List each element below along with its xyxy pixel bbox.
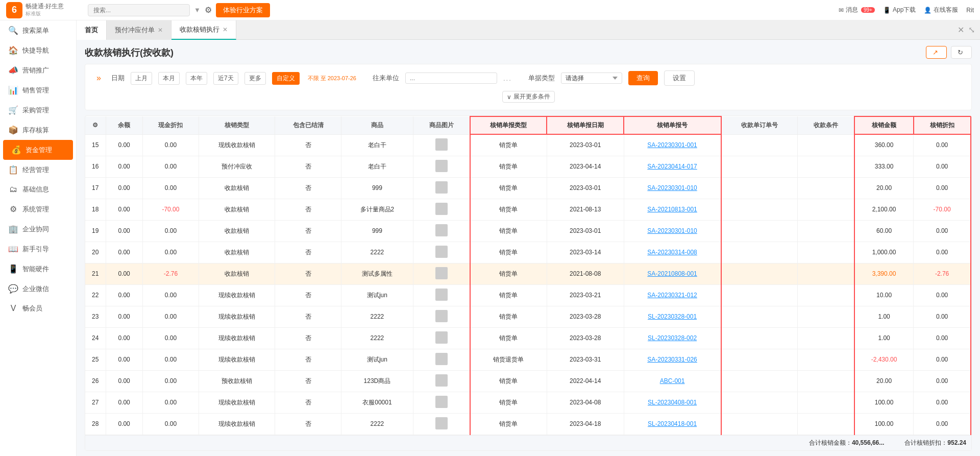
bill-report-no-link[interactable]: SA-20230301-001 [647,141,697,149]
sidebar-label-search-menu: 搜索菜单 [22,26,49,35]
sidebar-item-funds[interactable]: 💰 资金管理 [3,140,73,160]
cell-bill-report-no[interactable]: SL-20230418-001 [624,413,721,435]
cell-cash-discount: 0.00 [142,413,199,435]
cell-bill-report-no[interactable]: SL-20230408-001 [624,392,721,413]
tab-controls: ✕ ⤡ [952,25,980,35]
search-icon: 🔍 [8,26,18,35]
bill-report-no-link[interactable]: SA-20230321-012 [647,292,697,299]
tab-prepay[interactable]: 预付冲应付单 ✕ [107,20,172,40]
cell-bill-report-no[interactable]: SL-20230328-001 [624,306,721,327]
refresh-button[interactable]: ↻ [951,46,972,59]
sidebar-label-member: 畅会员 [22,304,42,313]
sidebar-item-quick-nav[interactable]: 🏠 快捷导航 [0,40,76,60]
export-button[interactable]: ↗ [926,46,947,59]
cell-bill-report-date: 2022-04-14 [547,370,624,392]
cell-receipt-condition [798,284,854,306]
date-7days-btn[interactable]: 近7天 [213,72,238,85]
cell-no: 21 [85,263,106,284]
cell-bill-report-no[interactable]: SA-20230414-017 [624,156,721,177]
sidebar-item-purchase[interactable]: 🛒 采购管理 [0,100,76,120]
table-row: 25 0.00 0.00 现续收款核销 否 测试jun 销货退货单 2023-0… [85,349,971,370]
table-row: 20 0.00 0.00 收款核销 否 2222 销货单 2023-03-14 … [85,242,971,263]
sidebar-item-marketing[interactable]: 📣 营销推广 [0,60,76,80]
cell-write-off-amount: -2,430.00 [854,349,914,370]
cell-no: 26 [85,370,106,392]
sidebar-item-inventory[interactable]: 📦 库存核算 [0,120,76,140]
sidebar-item-sys-mgmt[interactable]: ⚙ 系统管理 [0,199,76,219]
cell-bill-report-no[interactable]: SA-20230301-010 [624,220,721,242]
bill-report-no-link[interactable]: SA-20230301-010 [647,227,697,234]
filter-row-main: » 日期 上月 本月 本年 近7天 更多 自定义 不限 至 2023-07-26… [92,69,964,87]
cell-receipt-condition [798,392,854,413]
cell-bill-report-no[interactable]: SA-20210808-001 [624,263,721,284]
sidebar-item-sales[interactable]: 📊 销售管理 [0,80,76,100]
cell-write-off-type: 收款核销 [199,263,275,284]
bill-type-select[interactable]: 请选择 [561,73,622,84]
date-more-btn[interactable]: 更多 [244,72,266,85]
sidebar-item-operations[interactable]: 📋 经营管理 [0,160,76,180]
tab-collection-close[interactable]: ✕ [223,26,228,33]
filter-collapse-button[interactable]: » [92,69,105,87]
bill-report-no-link[interactable]: SA-20210808-001 [647,270,697,277]
top-search-input[interactable] [88,4,190,16]
bill-report-no-link[interactable]: SL-20230328-002 [648,334,697,342]
expand-label: 展开更多条件 [513,92,550,101]
date-this-month-btn[interactable]: 本月 [158,72,180,85]
cell-bill-report-no[interactable]: SA-20230314-008 [624,242,721,263]
setting-button[interactable]: 设置 [664,70,695,86]
industry-solution-button[interactable]: 体验行业方案 [216,3,270,17]
tab-close-all-icon[interactable]: ✕ [958,25,964,35]
message-button[interactable]: ✉ 消息 99+ [839,6,875,14]
expand-more-conditions-button[interactable]: ∨ 展开更多条件 [502,91,555,103]
sidebar-item-smart-hw[interactable]: 📱 智能硬件 [0,259,76,279]
query-button[interactable]: 查询 [628,71,658,85]
sidebar-item-base-info[interactable]: 🗂 基础信息 [0,180,76,199]
guide-icon: 📖 [8,244,18,254]
sidebar-item-wechat[interactable]: 💬 企业微信 [0,279,76,299]
th-write-off-discount: 核销折扣 [914,116,971,134]
bill-report-no-link[interactable]: SA-20230301-010 [647,184,697,191]
sidebar-item-member[interactable]: V 畅会员 [0,299,76,318]
cell-bill-report-no[interactable]: SL-20230328-002 [624,327,721,349]
cell-write-off-discount: 0.00 [914,327,971,349]
cell-bill-report-type: 销货单 [470,134,547,156]
bill-report-no-link[interactable]: SA-20210813-001 [647,206,697,213]
tab-prepay-close[interactable]: ✕ [158,27,163,34]
date-this-year-btn[interactable]: 本年 [186,72,207,85]
tab-collection[interactable]: 收款核销执行 ✕ [172,20,236,40]
cell-bill-report-no[interactable]: SA-20230331-026 [624,349,721,370]
bill-report-no-link[interactable]: SA-20230414-017 [647,163,697,170]
sidebar-item-guide[interactable]: 📖 新手引导 [0,239,76,259]
tab-home[interactable]: 首页 [77,20,107,40]
cell-cash-discount: -2.76 [142,263,199,284]
tab-expand-icon[interactable]: ⤡ [968,25,975,35]
dropdown-arrow-icon[interactable]: ▼ [194,6,201,14]
cell-bill-report-type: 销货单 [470,370,547,392]
bill-report-no-link[interactable]: SL-20230418-001 [648,420,697,427]
cell-bill-report-date: 2023-04-18 [547,413,624,435]
bill-report-no-link[interactable]: SL-20230408-001 [648,399,697,406]
user-info[interactable]: Rit [966,7,974,14]
bill-report-no-link[interactable]: ABC-001 [660,377,685,385]
cell-cash-discount: 0.00 [142,284,199,306]
cell-write-off-discount: 0.00 [914,413,971,435]
online-service-button[interactable]: 👤 在线客服 [924,6,958,14]
date-custom-btn[interactable]: 自定义 [272,72,300,85]
table-footer: 合计核销金额：40,556,66... 合计核销折扣：952.24 [85,435,971,450]
cell-bill-report-no[interactable]: SA-20230321-012 [624,284,721,306]
sidebar-item-search-menu[interactable]: 🔍 搜索菜单 [0,20,76,40]
sidebar-item-enterprise[interactable]: 🏢 企业协同 [0,219,76,239]
settings-icon[interactable]: ⚙ [205,5,212,15]
bill-report-no-link[interactable]: SL-20230328-001 [648,313,697,320]
app-download-button[interactable]: 📱 App下载 [883,6,916,14]
cell-bill-report-no[interactable]: SA-20230301-001 [624,134,721,156]
date-last-month-btn[interactable]: 上月 [131,72,152,85]
counterpart-input[interactable] [405,73,497,84]
cell-cash-discount: -70.00 [142,199,199,220]
cell-bill-report-no[interactable]: SA-20230301-010 [624,177,721,199]
bill-report-no-link[interactable]: SA-20230314-008 [647,249,697,256]
cell-bill-report-no[interactable]: SA-20210813-001 [624,199,721,220]
th-settings[interactable]: ⚙ [85,116,106,134]
cell-bill-report-no[interactable]: ABC-001 [624,370,721,392]
bill-report-no-link[interactable]: SA-20230331-026 [647,356,697,363]
